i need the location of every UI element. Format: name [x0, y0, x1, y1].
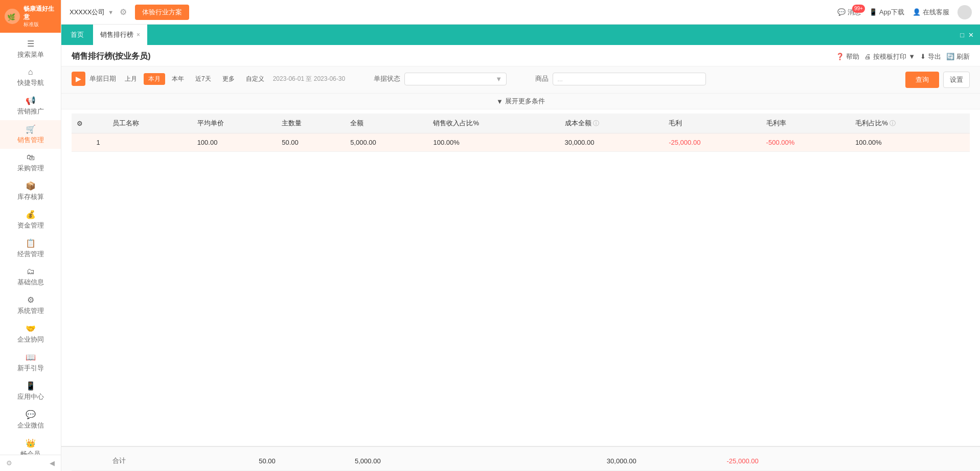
close-window-icon[interactable]: ✕ [968, 31, 974, 39]
cost-info-icon[interactable]: ⓘ [593, 120, 599, 127]
sidebar-label-search: 搜索菜单 [17, 50, 44, 59]
sidebar-icon-shortcut: ⌂ [28, 68, 33, 77]
table-row: 1 100.00 50.00 5,000.00 100.00% 30,000.0… [72, 133, 970, 152]
print-button[interactable]: 🖨 按模板打印 ▼ [864, 52, 915, 61]
sidebar-label-base: 基础信息 [17, 278, 44, 287]
footer-amount: 5,000.00 [351, 451, 471, 471]
sidebar-item-purchase[interactable]: 🛍采购管理 [0, 149, 61, 177]
service-icon: 👤 [913, 8, 921, 16]
footer-cost: 30,000.00 [603, 451, 723, 471]
tab-sales-ranking[interactable]: 销售排行榜 × [93, 25, 147, 45]
sidebar-item-sales[interactable]: 🛒销售管理 [0, 120, 61, 149]
table-container: ⚙ 员工名称 平均单价 主数量 全额 销售收入占比% 成本全额 ⓘ 毛利 毛利率… [61, 109, 980, 446]
message-button[interactable]: 💬 消息 99+ [837, 8, 861, 17]
sidebar-item-search[interactable]: ☰搜索菜单 [0, 35, 61, 63]
sidebar-item-apps[interactable]: 📱应用中心 [0, 377, 61, 406]
date-pill-上月[interactable]: 上月 [120, 73, 142, 85]
app-name: 畅康通好生意 [24, 5, 57, 21]
user-avatar[interactable] [958, 5, 972, 19]
date-pill-更多[interactable]: 更多 [218, 73, 239, 85]
page-header: 销售排行榜(按业务员) ❓ 帮助 🖨 按模板打印 ▼ ⬇ 导出 🔄 刷新 [61, 45, 980, 66]
expand-button[interactable]: ▼ 展开更多条件 [496, 97, 545, 106]
sidebar-item-wechat[interactable]: 💬企业微信 [0, 406, 61, 434]
sidebar-label-inventory: 库存核算 [17, 192, 44, 201]
window-buttons: □ ✕ [960, 31, 980, 39]
date-pill-自定义[interactable]: 自定义 [241, 73, 269, 85]
table-footer: 合计 50.00 5,000.00 30,000.00 -25,000.00 [61, 446, 980, 471]
status-filter-label: 单据状态 [374, 74, 400, 83]
sidebar-settings-icon[interactable]: ⚙ [6, 459, 12, 467]
date-range-display: 2023-06-01 至 2023-06-30 [273, 75, 345, 83]
date-pill-近7天[interactable]: 近7天 [191, 73, 216, 85]
row-quantity: 50.00 [278, 133, 346, 152]
sidebar-item-ops[interactable]: 📋经营管理 [0, 234, 61, 263]
tab-label: 销售排行榜 [100, 30, 133, 39]
sidebar-item-base[interactable]: 🗂基础信息 [0, 263, 61, 291]
tab-home[interactable]: 首页 [61, 25, 93, 45]
row-gross-pct: 100.00% [851, 133, 970, 152]
online-service-button[interactable]: 👤 在线客服 [913, 8, 949, 17]
help-icon: ❓ [836, 53, 844, 60]
sidebar-icon-system: ⚙ [27, 295, 34, 305]
company-name: XXXXX公司 [70, 8, 105, 17]
download-label: App下载 [879, 8, 904, 17]
row-employee-name [108, 133, 193, 152]
sidebar-icon-purchase: 🛍 [27, 153, 35, 162]
sidebar-icon-sales: 🛒 [26, 124, 36, 134]
footer-total-row: 合计 50.00 5,000.00 30,000.00 -25,000.00 [72, 451, 970, 471]
company-chevron-icon: ▼ [108, 9, 113, 15]
sidebar-item-member[interactable]: 👑畅会员 [0, 434, 61, 455]
app-download-button[interactable]: 📱 App下载 [869, 8, 904, 17]
col-cost: 成本全额 ⓘ [561, 114, 665, 133]
filter-settings-button[interactable]: 设置 [943, 72, 970, 88]
sidebar-item-shortcut[interactable]: ⌂快捷导航 [0, 63, 61, 92]
sidebar-item-finance[interactable]: 💰资金管理 [0, 206, 61, 234]
status-select[interactable]: ▼ [404, 73, 507, 85]
col-quantity: 主数量 [278, 114, 346, 133]
filter-toggle-button[interactable]: ▶ [72, 72, 85, 86]
date-filter-label: 单据日期 [89, 74, 116, 83]
sidebar-icon-collab: 🤝 [26, 324, 36, 333]
goods-placeholder: ... [557, 75, 563, 83]
maximize-icon[interactable]: □ [960, 31, 964, 39]
sidebar-item-inventory[interactable]: 📦库存核算 [0, 177, 61, 206]
col-settings[interactable]: ⚙ [72, 114, 88, 133]
footer-quantity: 50.00 [255, 451, 351, 471]
goods-filter-group: 商品 ... [535, 73, 706, 85]
company-selector[interactable]: XXXXX公司 ▼ [70, 8, 113, 17]
goods-input[interactable]: ... [553, 73, 706, 85]
export-label: 导出 [928, 52, 941, 61]
export-icon: ⬇ [920, 53, 926, 60]
sidebar-label-wechat: 企业微信 [17, 421, 44, 430]
refresh-label: 刷新 [956, 52, 970, 61]
sidebar-label-ops: 经营管理 [17, 250, 44, 259]
filter-section: ▶ 单据日期 上月本月本年近7天更多自定义 2023-06-01 至 2023-… [61, 66, 980, 94]
export-button[interactable]: ⬇ 导出 [920, 52, 941, 61]
date-pill-本月[interactable]: 本月 [144, 73, 165, 85]
status-filter-group: 单据状态 ▼ [374, 73, 507, 85]
app-logo: 🌿 畅康通好生意 标准版 [0, 0, 61, 33]
sidebar-item-collab[interactable]: 🤝企业协同 [0, 320, 61, 348]
footer-avg-price [159, 451, 255, 471]
row-gross: -25,000.00 [665, 133, 762, 152]
tab-close-icon[interactable]: × [136, 31, 140, 38]
gross-pct-info-icon[interactable]: ⓘ [890, 120, 896, 127]
col-avg-price: 平均单价 [193, 114, 278, 133]
try-button[interactable]: 体验行业方案 [135, 5, 189, 20]
col-gross-pct: 毛利占比% ⓘ [851, 114, 970, 133]
query-button[interactable]: 查询 [905, 72, 939, 88]
refresh-button[interactable]: 🔄 刷新 [946, 52, 970, 61]
sidebar-icon-finance: 💰 [26, 210, 36, 219]
row-rank: 1 [88, 133, 108, 152]
date-pill-本年[interactable]: 本年 [167, 73, 189, 85]
sidebar-collapse-icon[interactable]: ◀ [50, 459, 55, 467]
sidebar-item-guide[interactable]: 📖新手引导 [0, 348, 61, 377]
sidebar-item-marketing[interactable]: 📢营销推广 [0, 92, 61, 120]
sidebar-item-system[interactable]: ⚙系统管理 [0, 291, 61, 320]
help-button[interactable]: ❓ 帮助 [836, 52, 859, 61]
sidebar-label-shortcut: 快捷导航 [17, 78, 44, 87]
settings-icon[interactable]: ⚙ [120, 7, 127, 17]
sidebar-icon-search: ☰ [27, 39, 34, 49]
tabbar: 首页 销售排行榜 × □ ✕ [61, 25, 980, 45]
main-area: XXXXX公司 ▼ ⚙ 体验行业方案 💬 消息 99+ 📱 App下载 👤 在线… [61, 0, 980, 471]
